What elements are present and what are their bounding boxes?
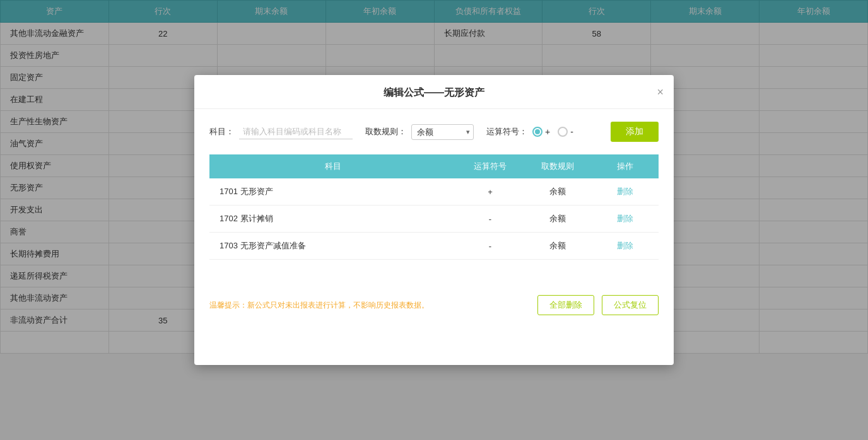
row-rule: 余额 — [524, 178, 591, 206]
row-subject: 1702 累计摊销 — [209, 206, 457, 233]
modal-title: 编辑公式——无形资产 — [384, 87, 484, 98]
operator-radio-group: + - — [532, 127, 573, 137]
delete-row-button[interactable]: 删除 — [617, 214, 633, 223]
operator-plus-label: + — [545, 127, 550, 137]
modal-header: 编辑公式——无形资产 × — [194, 75, 674, 109]
row-operator: - — [457, 206, 524, 233]
table-header-operator: 运算符号 — [457, 154, 524, 178]
operator-minus-label: - — [570, 127, 573, 137]
rule-label: 取数规则： — [365, 126, 406, 137]
operator-minus-circle — [558, 127, 568, 137]
edit-formula-modal: 编辑公式——无形资产 × 科目： 取数规则： 余额 借方发生额 贷方发生额 — [194, 75, 674, 365]
table-header-rule: 取数规则 — [524, 154, 591, 178]
table-header-action: 操作 — [591, 154, 659, 178]
modal-body: 科目： 取数规则： 余额 借方发生额 贷方发生额 运算符号： — [194, 109, 674, 285]
delete-all-button[interactable]: 全部删除 — [537, 295, 594, 315]
rule-group: 取数规则： 余额 借方发生额 贷方发生额 — [365, 124, 474, 140]
reset-formula-button[interactable]: 公式复位 — [602, 295, 659, 315]
operator-minus-radio[interactable]: - — [558, 127, 573, 137]
modal-overlay: 编辑公式——无形资产 × 科目： 取数规则： 余额 借方发生额 贷方发生额 — [0, 0, 868, 440]
table-row: 1703 无形资产减值准备-余额删除 — [209, 233, 659, 260]
table-row: 1702 累计摊销-余额删除 — [209, 206, 659, 233]
delete-row-button[interactable]: 删除 — [617, 241, 633, 250]
row-action: 删除 — [591, 233, 659, 260]
operator-label: 运算符号： — [486, 126, 527, 137]
add-button[interactable]: 添加 — [611, 122, 659, 142]
rule-select[interactable]: 余额 借方发生额 贷方发生额 — [411, 124, 474, 140]
row-subject: 1703 无形资产减值准备 — [209, 233, 457, 260]
operator-plus-circle — [532, 127, 542, 137]
modal-footer: 温馨提示：新公式只对未出报表进行计算，不影响历史报表数据。 全部删除 公式复位 — [194, 285, 674, 328]
row-rule: 余额 — [524, 233, 591, 260]
operator-plus-radio[interactable]: + — [532, 127, 550, 137]
row-rule: 余额 — [524, 206, 591, 233]
table-header-subject: 科目 — [209, 154, 457, 178]
subject-label: 科目： — [209, 126, 234, 137]
footer-tip: 温馨提示：新公式只对未出报表进行计算，不影响历史报表数据。 — [209, 300, 429, 311]
operator-group: 运算符号： + - — [486, 126, 573, 137]
row-operator: + — [457, 178, 524, 206]
subject-input[interactable] — [239, 124, 353, 139]
rule-select-wrap: 余额 借方发生额 贷方发生额 — [411, 124, 474, 140]
delete-row-button[interactable]: 删除 — [617, 187, 633, 196]
modal-close-button[interactable]: × — [657, 86, 664, 98]
row-action: 删除 — [591, 206, 659, 233]
row-subject: 1701 无形资产 — [209, 178, 457, 206]
formula-table: 科目 运算符号 取数规则 操作 1701 无形资产+余额删除1702 累计摊销-… — [209, 154, 659, 260]
footer-buttons: 全部删除 公式复位 — [537, 295, 659, 315]
row-action: 删除 — [591, 178, 659, 206]
table-row: 1701 无形资产+余额删除 — [209, 178, 659, 206]
row-operator: - — [457, 233, 524, 260]
formula-form-row: 科目： 取数规则： 余额 借方发生额 贷方发生额 运算符号： — [209, 122, 659, 142]
subject-group: 科目： — [209, 124, 353, 139]
